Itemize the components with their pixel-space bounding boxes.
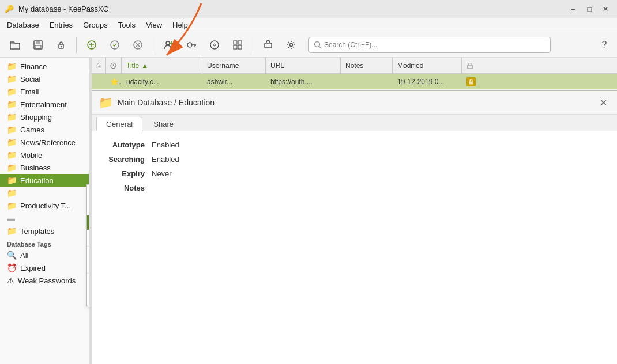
new-user-button[interactable] <box>158 35 179 55</box>
sidebar-label: Templates <box>20 227 54 236</box>
col-time[interactable] <box>106 58 122 73</box>
menu-groups[interactable]: Groups <box>78 20 112 31</box>
tab-general[interactable]: General <box>96 117 142 131</box>
separator-1 <box>76 37 77 53</box>
passkey-button[interactable] <box>258 35 279 55</box>
settings-button[interactable] <box>281 35 302 55</box>
database-button[interactable] <box>227 35 248 55</box>
col-title[interactable]: Title ▲ <box>122 58 202 73</box>
col-attach[interactable] <box>92 58 106 73</box>
td-username: ashwir... <box>202 78 266 86</box>
lock-gold-icon <box>466 77 476 86</box>
col-lock[interactable] <box>462 58 478 73</box>
col-notes[interactable]: Notes <box>341 58 393 73</box>
folder-icon: 📁 <box>7 100 17 109</box>
autotype-value: Enabled <box>152 141 179 149</box>
separator-2 <box>153 37 153 53</box>
svg-line-31 <box>114 66 115 66</box>
folder-icon: ▬ <box>7 214 15 223</box>
sidebar-item-finance[interactable]: 📁 Finance <box>0 60 89 73</box>
new-entry-button[interactable] <box>81 35 102 55</box>
group-detail-header: 📁 Main Database / Education ✕ <box>92 91 617 115</box>
menu-tools[interactable]: Tools <box>114 20 140 31</box>
sidebar-item-templates[interactable]: 📁 Templates <box>0 225 89 237</box>
ctx-sort-za: ↕ Sort Z-A <box>87 290 89 304</box>
col-username-label: Username <box>207 62 239 70</box>
sidebar-item-gray[interactable]: ▬ <box>0 212 89 225</box>
toolbar: ? <box>0 32 617 58</box>
expired-icon: ⏰ <box>7 263 17 272</box>
edit-entry-button[interactable] <box>104 35 125 55</box>
ctx-new-group[interactable]: 📁 New Group... <box>87 187 89 201</box>
sidebar-item-business[interactable]: 📁 Business <box>0 161 89 174</box>
sidebar-item-news-reference[interactable]: 📁 News/Reference <box>0 136 89 149</box>
field-notes: Notes <box>106 184 603 192</box>
ctx-sort-az: ↕ Sort A-Z <box>87 275 89 290</box>
ctx-delete-group[interactable]: 🗑 Delete Group... <box>87 230 89 244</box>
ctx-separator-2 <box>87 273 89 274</box>
sidebar-item-email[interactable]: 📁 Email <box>0 85 89 98</box>
sidebar-item-shopping[interactable]: 📁 Shopping <box>0 111 89 123</box>
ctx-clone-group[interactable]: 📋 Clone Group... <box>87 215 89 230</box>
sidebar-item-all[interactable]: 🔍 All <box>0 249 89 261</box>
svg-rect-22 <box>238 41 242 44</box>
help-button[interactable]: ? <box>596 37 612 53</box>
col-url-label: URL <box>270 62 284 70</box>
right-pane: Title ▲ Username URL Notes Modified <box>92 58 617 364</box>
svg-rect-32 <box>468 65 472 69</box>
menu-database[interactable]: Database <box>2 20 44 31</box>
github-button[interactable] <box>204 35 225 55</box>
menu-view[interactable]: View <box>141 20 167 31</box>
col-title-label: Title <box>126 62 139 70</box>
lock-database-button[interactable] <box>51 35 72 55</box>
sidebar-label: News/Reference <box>20 138 76 147</box>
restore-button[interactable]: □ <box>582 2 596 16</box>
table-row[interactable]: ⭐ udacity.c... ashwir... https://auth...… <box>92 74 617 90</box>
folder-icon: 📁 <box>7 112 17 122</box>
close-button[interactable]: ✕ <box>599 2 612 16</box>
search-box[interactable] <box>308 37 551 53</box>
sidebar-label: Education <box>20 176 54 185</box>
group-folder-icon: 📁 <box>99 96 113 109</box>
sidebar-item-entertainment[interactable]: 📁 Entertainment <box>0 98 89 111</box>
search-input[interactable] <box>324 41 545 49</box>
svg-rect-23 <box>234 46 237 49</box>
sidebar-item-mobile[interactable]: 📁 Mobile <box>0 149 89 161</box>
folder-icon: 📁 <box>7 226 17 236</box>
main-area: 📁 Finance 📁 Social 📁 Email 📁 Entertainme… <box>0 58 617 364</box>
col-notes-label: Notes <box>345 62 363 70</box>
app-icon: 🔑 <box>5 5 14 13</box>
save-database-button[interactable] <box>28 35 48 55</box>
group-path: Main Database / Education <box>118 98 215 107</box>
group-tabs: General Share <box>92 115 617 131</box>
sidebar-item-games[interactable]: 📁 Games <box>0 123 89 136</box>
td-title: udacity.c... <box>122 78 202 86</box>
searching-value: Enabled <box>152 155 179 164</box>
menu-entries[interactable]: Entries <box>45 20 77 31</box>
sidebar-item-weak-passwords[interactable]: ⚠ Weak Passwords <box>0 274 89 287</box>
sort-asc-icon: ▲ <box>141 62 148 70</box>
sidebar-item-expired[interactable]: ⏰ Expired <box>0 261 89 274</box>
sidebar: 📁 Finance 📁 Social 📁 Email 📁 Entertainme… <box>0 58 89 364</box>
col-url[interactable]: URL <box>266 58 341 73</box>
minimize-button[interactable]: – <box>566 2 580 16</box>
entry-table: Title ▲ Username URL Notes Modified <box>92 58 617 90</box>
open-database-button[interactable] <box>5 35 25 55</box>
group-detail-close-button[interactable]: ✕ <box>596 96 610 109</box>
group-content: Autotype Enabled Searching Enabled Expir… <box>92 131 617 364</box>
tab-share[interactable]: Share <box>144 117 183 131</box>
ctx-edit-group[interactable]: 📝 Edit Group... <box>87 201 89 215</box>
sidebar-label: Entertainment <box>20 100 67 109</box>
field-searching: Searching Enabled <box>106 155 603 164</box>
delete-entry-button[interactable] <box>127 35 148 55</box>
key-button[interactable] <box>181 35 202 55</box>
col-modified[interactable]: Modified <box>393 58 462 73</box>
col-username[interactable]: Username <box>202 58 266 73</box>
sidebar-item-education[interactable]: 📁 Education <box>0 174 89 187</box>
menu-help[interactable]: Help <box>168 20 193 31</box>
sidebar-item-social[interactable]: 📁 Social <box>0 73 89 85</box>
sidebar-item-productivity[interactable]: 📁 Productivity T... <box>0 199 89 212</box>
sidebar-item-empty1[interactable]: 📁 <box>0 187 89 199</box>
database-tags-label: Database Tags <box>0 237 89 249</box>
ctx-separator-1 <box>87 246 89 247</box>
